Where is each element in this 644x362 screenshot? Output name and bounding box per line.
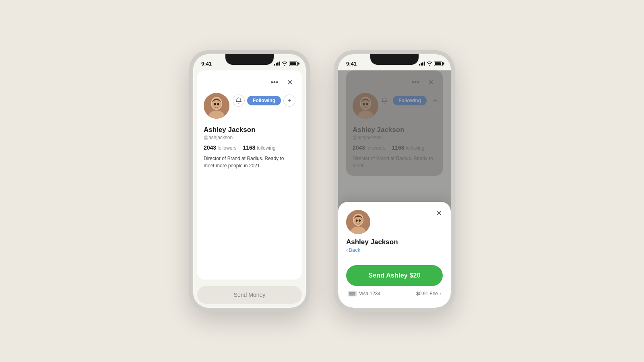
bio-1: Director of Brand at Radius. Ready to me… — [204, 155, 295, 169]
svg-point-4 — [217, 103, 219, 105]
modal-back-label: Back — [349, 247, 360, 253]
payment-card-info: Visa 1234 — [348, 291, 380, 296]
send-ashley-button[interactable]: Send Ashley $20 — [346, 265, 443, 286]
signal-icon-1 — [274, 62, 280, 66]
status-icons-2 — [419, 62, 443, 66]
wifi-icon-2 — [427, 62, 432, 66]
time-1: 9:41 — [201, 61, 212, 67]
fee-label: $0.91 Fee — [416, 291, 438, 296]
close-button-1[interactable]: ✕ — [284, 77, 295, 88]
modal-name: Ashley Jackson — [346, 238, 443, 246]
phone-2: 9:41 ••• ✕ — [334, 50, 455, 312]
svg-point-16 — [359, 219, 361, 222]
profile-card-1: ••• ✕ — [197, 70, 302, 280]
profile-header-1: Following + — [204, 93, 295, 119]
phone-1-content: ••• ✕ — [193, 70, 306, 308]
followers-label-1: followers — [217, 145, 236, 151]
profile-name-1: Ashley Jackson — [204, 126, 295, 134]
payment-fee-info[interactable]: $0.91 Fee › — [416, 291, 441, 296]
payment-info-row: Visa 1234 $0.91 Fee › — [346, 291, 443, 296]
signal-icon-2 — [419, 62, 425, 66]
phone-1: 9:41 ••• ✕ — [189, 50, 310, 312]
add-button-1[interactable]: + — [283, 95, 295, 107]
modal-back-button[interactable]: ‹ Back — [346, 247, 443, 253]
following-button-1[interactable]: Following — [247, 96, 281, 105]
profile-actions-1: Following + — [233, 95, 295, 107]
profile-handle-1: @ashjackson — [204, 135, 295, 140]
card-icon — [348, 291, 357, 296]
phone-2-content: ••• ✕ — [338, 70, 451, 308]
notch-1 — [225, 54, 274, 65]
wifi-icon-1 — [282, 62, 287, 66]
notification-button-1[interactable] — [233, 95, 245, 107]
battery-icon-2 — [434, 62, 443, 66]
svg-rect-19 — [349, 292, 355, 294]
following-count-1: 1168 — [243, 144, 256, 151]
battery-icon-1 — [289, 62, 298, 66]
plus-icon-1: + — [287, 97, 291, 104]
chevron-right-icon: › — [440, 291, 441, 296]
svg-point-15 — [356, 219, 358, 222]
status-icons-1 — [274, 62, 298, 66]
card-label: Visa 1234 — [359, 291, 380, 296]
time-2: 9:41 — [346, 61, 357, 67]
menu-button-1[interactable]: ••• — [269, 77, 280, 88]
stats-row-1: 2043 followers 1168 following — [204, 144, 295, 151]
followers-count-1: 2043 — [204, 144, 216, 151]
card-top-actions-1: ••• ✕ — [204, 77, 295, 88]
modal-avatar — [346, 210, 370, 234]
following-label-1: following — [257, 145, 276, 151]
send-money-bar-1[interactable]: Send Money — [197, 286, 302, 304]
followers-stat-1: 2043 followers — [204, 144, 237, 151]
following-stat-1: 1168 following — [243, 144, 276, 151]
payment-modal: ✕ Ashley Jackson ‹ Back Sen — [338, 202, 451, 308]
avatar-1 — [204, 93, 229, 119]
notch-2 — [370, 54, 419, 65]
send-money-label-1: Send Money — [234, 292, 266, 298]
chevron-left-icon: ‹ — [346, 247, 348, 253]
svg-point-3 — [214, 103, 216, 105]
modal-close-button[interactable]: ✕ — [433, 208, 444, 219]
